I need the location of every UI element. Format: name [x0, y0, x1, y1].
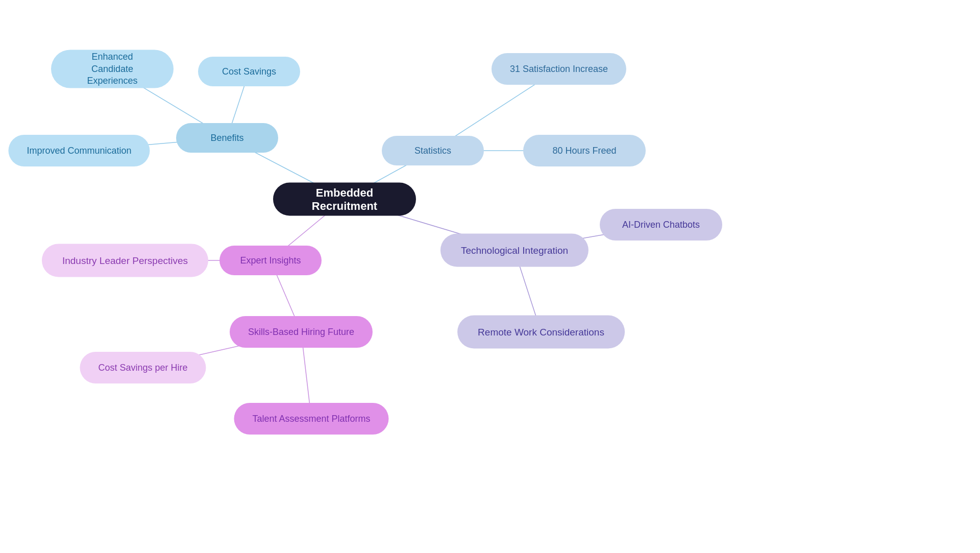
cost-savings-hire-node: Cost Savings per Hire	[80, 352, 206, 383]
improved-communication-node: Improved Communication	[8, 135, 150, 166]
industry-leader-node: Industry Leader Perspectives	[42, 244, 208, 277]
skills-based-node: Skills-Based Hiring Future	[230, 316, 373, 348]
cost-savings-node: Cost Savings	[198, 57, 300, 86]
mindmap-container: Embedded Recruitment Benefits Enhanced C…	[0, 0, 980, 553]
benefits-node: Benefits	[176, 123, 278, 153]
tech-integration-node: Technological Integration	[440, 234, 589, 267]
enhanced-candidate-node: Enhanced Candidate Experiences	[51, 50, 174, 88]
talent-assessment-node: Talent Assessment Platforms	[234, 403, 388, 435]
remote-work-node: Remote Work Considerations	[457, 316, 625, 349]
expert-insights-node: Expert Insights	[219, 246, 322, 275]
ai-chatbots-node: AI-Driven Chatbots	[600, 209, 722, 241]
statistics-node: Statistics	[382, 136, 484, 165]
center-node: Embedded Recruitment	[273, 183, 416, 216]
satisfaction-node: 31 Satisfaction Increase	[492, 53, 626, 85]
hours-freed-node: 80 Hours Freed	[523, 135, 646, 166]
